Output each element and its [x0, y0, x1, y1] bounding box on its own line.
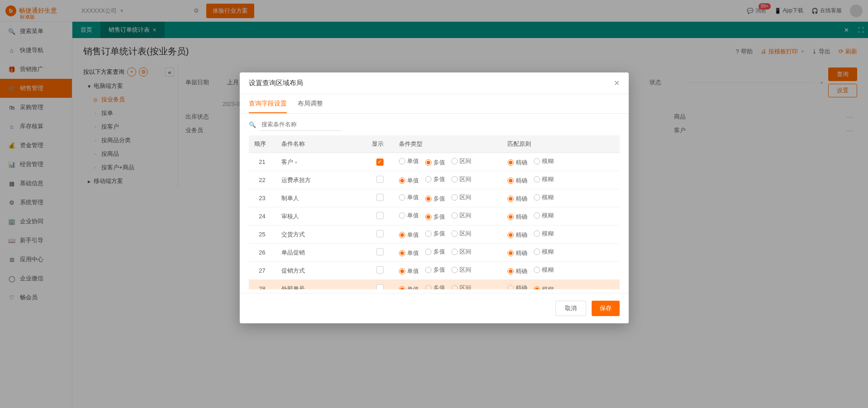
show-checkbox[interactable] [376, 176, 384, 183]
radio-single[interactable]: 单值 [399, 249, 419, 257]
radio-fuzzy[interactable]: 模糊 [534, 193, 554, 202]
cell-type: 单值多值区间 [394, 153, 502, 171]
th-name: 条件名称 [276, 135, 366, 153]
search-icon: 🔍 [249, 121, 256, 128]
modal-close-button[interactable]: ✕ [614, 79, 620, 87]
radio-exact[interactable]: 精确 [508, 195, 527, 203]
cell-name: 制单人 [276, 189, 366, 207]
cell-type: 单值多值区间 [394, 262, 502, 280]
radio-exact[interactable]: 精确 [508, 267, 527, 275]
modal-footer: 取消 保存 [240, 293, 629, 323]
table-row[interactable]: 21客户▾✓单值多值区间精确模糊 [249, 153, 620, 171]
show-checkbox[interactable] [376, 230, 384, 237]
radio-exact[interactable]: 精确 [508, 213, 527, 221]
table-row[interactable]: 22运费承担方单值多值区间精确模糊 [249, 171, 620, 189]
cell-match: 精确模糊 [502, 189, 620, 207]
radio-multi[interactable]: 多值 [425, 158, 445, 167]
radio-range[interactable]: 区间 [451, 211, 471, 220]
cell-show [366, 226, 394, 244]
radio-range[interactable]: 区间 [451, 248, 471, 256]
cell-match: 精确模糊 [502, 244, 620, 262]
cell-name: 运费承担方 [276, 171, 366, 189]
cell-match: 精确模糊 [502, 262, 620, 280]
modal-tab-fields[interactable]: 查询字段设置 [249, 100, 287, 113]
radio-multi[interactable]: 多值 [425, 248, 445, 256]
cell-show [366, 280, 394, 290]
table-row[interactable]: 27促销方式单值多值区间精确模糊 [249, 262, 620, 280]
radio-multi[interactable]: 多值 [425, 230, 445, 238]
radio-single[interactable]: 单值 [399, 231, 419, 239]
cell-seq: 21 [249, 153, 276, 171]
modal-body: 顺序 条件名称 显示 条件类型 匹配原则 21客户▾✓单值多值区间精确模糊22运… [240, 135, 629, 289]
table-scroll[interactable]: 顺序 条件名称 显示 条件类型 匹配原则 21客户▾✓单值多值区间精确模糊22运… [249, 135, 620, 289]
cell-seq: 26 [249, 244, 276, 262]
cell-name: 交货方式 [276, 226, 366, 244]
radio-range[interactable]: 区间 [451, 175, 471, 183]
radio-range[interactable]: 区间 [451, 266, 471, 274]
radio-range[interactable]: 区间 [451, 230, 471, 238]
cell-seq: 27 [249, 262, 276, 280]
radio-exact[interactable]: 精确 [508, 284, 527, 289]
cell-match: 精确模糊 [502, 153, 620, 171]
radio-fuzzy[interactable]: 模糊 [534, 230, 554, 238]
table-row[interactable]: 24审核人单值多值区间精确模糊 [249, 207, 620, 226]
show-checkbox[interactable] [376, 194, 384, 201]
cell-name: 促销方式 [276, 262, 366, 280]
radio-single[interactable]: 单值 [399, 157, 419, 165]
radio-exact[interactable]: 精确 [508, 231, 527, 239]
modal-tabs: 查询字段设置 布局调整 [240, 94, 629, 114]
radio-multi[interactable]: 多值 [425, 213, 445, 221]
radio-multi[interactable]: 多值 [425, 175, 445, 183]
radio-fuzzy[interactable]: 模糊 [534, 266, 554, 274]
radio-range[interactable]: 区间 [451, 157, 471, 165]
cell-type: 单值多值区间 [394, 207, 502, 226]
th-match: 匹配原则 [502, 135, 620, 153]
radio-multi[interactable]: 多值 [425, 195, 445, 203]
radio-single[interactable]: 单值 [399, 267, 419, 275]
cancel-button[interactable]: 取消 [555, 301, 586, 316]
radio-fuzzy[interactable]: 模糊 [534, 248, 554, 256]
radio-range[interactable]: 区间 [451, 193, 471, 202]
radio-fuzzy[interactable]: 模糊 [534, 175, 554, 183]
show-checkbox[interactable] [376, 212, 384, 219]
search-input[interactable] [260, 118, 341, 131]
modal-tab-layout[interactable]: 布局调整 [298, 100, 323, 113]
radio-exact[interactable]: 精确 [508, 158, 527, 167]
show-checkbox[interactable] [376, 266, 384, 274]
modal-search: 🔍 [240, 114, 629, 135]
cell-show [366, 171, 394, 189]
cell-match: 精确模糊 [502, 226, 620, 244]
cell-name: 外部单号 [276, 280, 366, 290]
cell-match: 精确模糊 [502, 280, 620, 290]
table-row[interactable]: 25交货方式单值多值区间精确模糊 [249, 226, 620, 244]
radio-single[interactable]: 单值 [399, 211, 419, 220]
cell-type: 单值多值区间 [394, 189, 502, 207]
show-checkbox[interactable]: ✓ [376, 158, 384, 166]
fields-table: 顺序 条件名称 显示 条件类型 匹配原则 21客户▾✓单值多值区间精确模糊22运… [249, 135, 620, 289]
cell-show [366, 244, 394, 262]
radio-fuzzy[interactable]: 模糊 [534, 285, 554, 289]
table-row[interactable]: 26单品促销单值多值区间精确模糊 [249, 244, 620, 262]
cell-seq: 28 [249, 280, 276, 290]
table-row[interactable]: 28外部单号单值多值区间精确模糊 [249, 280, 620, 290]
radio-single[interactable]: 单值 [399, 193, 419, 202]
radio-fuzzy[interactable]: 模糊 [534, 211, 554, 220]
radio-multi[interactable]: 多值 [425, 266, 445, 274]
settings-modal: 设置查询区域布局 ✕ 查询字段设置 布局调整 🔍 顺序 条件名称 显示 条件类型… [240, 72, 629, 323]
chevron-down-icon[interactable]: ▾ [295, 160, 297, 165]
radio-exact[interactable]: 精确 [508, 177, 527, 185]
save-button[interactable]: 保存 [592, 301, 620, 316]
radio-multi[interactable]: 多值 [425, 284, 445, 289]
radio-single[interactable]: 单值 [399, 285, 419, 289]
radio-range[interactable]: 区间 [451, 284, 471, 289]
cell-seq: 22 [249, 171, 276, 189]
cell-type: 单值多值区间 [394, 171, 502, 189]
table-row[interactable]: 23制单人单值多值区间精确模糊 [249, 189, 620, 207]
show-checkbox[interactable] [376, 248, 384, 255]
radio-single[interactable]: 单值 [399, 177, 419, 185]
radio-fuzzy[interactable]: 模糊 [534, 157, 554, 165]
radio-exact[interactable]: 精确 [508, 249, 527, 257]
cell-match: 精确模糊 [502, 207, 620, 226]
cell-type: 单值多值区间 [394, 280, 502, 290]
show-checkbox[interactable] [376, 284, 384, 289]
